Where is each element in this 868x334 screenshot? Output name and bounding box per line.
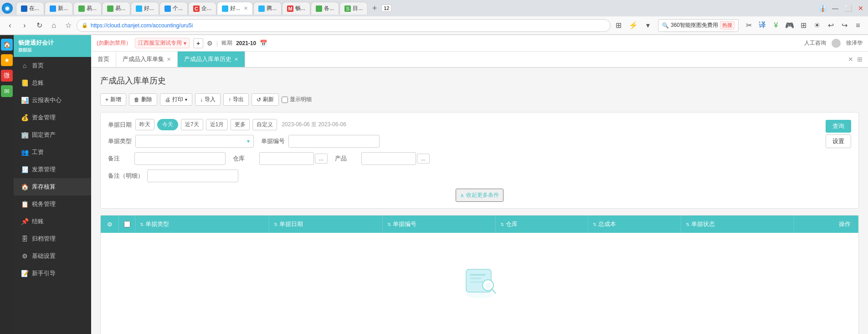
tab-8-close[interactable]: ✕ <box>244 5 248 11</box>
game-icon[interactable]: 🎮 <box>783 19 796 32</box>
th-cost[interactable]: ⇅ 总成本 <box>588 216 681 233</box>
th-number[interactable]: ⇅ 单据编号 <box>383 216 496 233</box>
tab-9[interactable]: 腾... <box>253 2 282 15</box>
select-all-checkbox[interactable] <box>124 221 130 227</box>
sidebar-item-cloud-report[interactable]: 📊 云报表中心 <box>14 92 91 109</box>
translate-icon[interactable]: 译 <box>756 19 769 32</box>
extensions-button[interactable]: ⊞ <box>612 19 625 32</box>
grid-icon[interactable]: ⊞ <box>797 19 810 32</box>
tab-10[interactable]: M 畅... <box>282 2 310 15</box>
show-detail-checkbox[interactable] <box>282 97 288 103</box>
tab-4[interactable]: 易... <box>102 2 130 15</box>
date-custom[interactable]: 自定义 <box>252 119 277 130</box>
tab-3[interactable]: 易... <box>73 2 102 15</box>
search-bar[interactable]: 🔍 360智能抠图免费用 热搜 <box>658 19 739 32</box>
th-type[interactable]: ⇅ 单据类型 <box>135 216 269 233</box>
setting-button[interactable]: 设置 <box>826 134 851 148</box>
remark-input[interactable] <box>134 152 226 165</box>
sidebar-item-tax[interactable]: 📋 税务管理 <box>14 195 91 213</box>
undo-icon[interactable]: ↩ <box>824 19 837 32</box>
collapse-button[interactable]: ∧ 收起更多条件 <box>456 189 503 202</box>
expand-panel-button[interactable]: ⊞ <box>857 56 863 63</box>
lightning-button[interactable]: ⚡ <box>627 19 640 32</box>
number-input[interactable] <box>288 135 380 148</box>
sidebar-item-payroll[interactable]: 👥 工资 <box>14 144 91 161</box>
company-select[interactable]: 江西服宝测试专用 ▾ <box>135 38 190 48</box>
sidebar-item-archive[interactable]: 🗄 归档管理 <box>14 230 91 247</box>
new-tab-button[interactable]: + <box>368 2 381 15</box>
sidebar-item-funds[interactable]: 💰 资金管理 <box>14 109 91 126</box>
redo-icon[interactable]: ↪ <box>838 19 851 32</box>
settings-topbar-button[interactable]: ⚙ <box>207 40 213 47</box>
tab-1[interactable]: 在... <box>16 2 44 15</box>
refresh-nav-button[interactable]: ↻ <box>33 19 46 32</box>
close-panel-button[interactable]: ✕ <box>848 56 853 63</box>
calendar-button[interactable]: 📅 <box>260 40 267 46</box>
warehouse-more-btn[interactable]: ... <box>315 154 328 164</box>
detail-remark-input[interactable] <box>147 170 238 182</box>
minimize-button[interactable]: — <box>830 3 841 14</box>
warehouse-input[interactable] <box>259 152 314 165</box>
cut-icon[interactable]: ✂ <box>742 19 755 32</box>
refresh-btn[interactable]: ↺ 刷新 <box>252 93 279 106</box>
add-company-button[interactable]: + <box>193 38 203 48</box>
sidebar-item-inventory[interactable]: 🏠 库存核算 <box>14 178 91 195</box>
th-gear[interactable]: ⚙ <box>101 216 119 233</box>
sun-icon[interactable]: ☀ <box>811 19 823 32</box>
sidebar-item-settle[interactable]: 📌 结账 <box>14 213 91 230</box>
add-button[interactable]: + 新增 <box>100 93 126 106</box>
page-tab-history-close[interactable]: ✕ <box>234 57 238 62</box>
maximize-button[interactable]: ⬜ <box>842 3 853 14</box>
icon-sidebar-mail[interactable]: ✉ <box>1 85 13 97</box>
back-button[interactable]: ‹ <box>4 19 16 32</box>
address-bar[interactable]: 🔒 https://cloud.chanjet.com/accounting/u… <box>77 19 611 32</box>
date-yesterday[interactable]: 昨天 <box>135 119 154 130</box>
sidebar-item-new-voucher[interactable]: 📝 新手引导 <box>14 265 91 282</box>
sidebar-item-home[interactable]: ⌂ 首页 <box>14 57 91 74</box>
sidebar-item-settings[interactable]: ⚙ 基础设置 <box>14 247 91 265</box>
print-button[interactable]: 🖨 打印 <box>160 93 192 106</box>
sidebar-item-general[interactable]: 📒 总账 <box>14 74 91 92</box>
th-status[interactable]: ⇅ 单据状态 <box>681 216 795 233</box>
close-button[interactable]: ✕ <box>855 3 866 14</box>
tab-2[interactable]: 新... <box>45 2 73 15</box>
date-more[interactable]: 更多 <box>231 119 250 130</box>
home-nav-button[interactable]: ⌂ <box>47 19 60 32</box>
th-date[interactable]: ⇅ 单据日期 <box>269 216 383 233</box>
tab-7[interactable]: C 企... <box>188 2 216 15</box>
delete-button[interactable]: 🗑 删除 <box>129 93 157 106</box>
tab-12[interactable]: S 目... <box>339 2 368 15</box>
dropdown-nav-button[interactable]: ▾ <box>642 19 654 32</box>
tab-11[interactable]: 各... <box>311 2 339 15</box>
page-tab-list-close[interactable]: ✕ <box>167 57 171 62</box>
date-1month[interactable]: 近1月 <box>206 119 228 130</box>
yuan-icon[interactable]: ¥ <box>770 19 782 32</box>
sidebar-item-fixed-assets[interactable]: 🏢 固定资产 <box>14 126 91 144</box>
tab-8[interactable]: 好... ✕ <box>217 2 253 15</box>
type-select[interactable]: ▾ <box>135 135 254 148</box>
page-tab-history[interactable]: 产成品入库单历史 ✕ <box>178 51 245 67</box>
page-tab-list[interactable]: 产成品入库单集 ✕ <box>116 51 178 67</box>
consultant-link[interactable]: 人工咨询 <box>804 39 826 47</box>
export-button[interactable]: ↑ 导出 <box>223 93 249 106</box>
breadcrumb-home[interactable]: 首页 <box>91 51 116 67</box>
th-warehouse[interactable]: ⇅ 仓库 <box>496 216 588 233</box>
bookmark-button[interactable]: ☆ <box>62 19 75 32</box>
icon-sidebar-home[interactable]: 🏠 <box>1 39 13 51</box>
icon-sidebar-weibo[interactable]: 微 <box>1 70 13 82</box>
forward-button[interactable]: › <box>18 19 31 32</box>
th-check[interactable] <box>119 216 135 233</box>
product-more-btn[interactable]: ... <box>417 154 430 164</box>
query-button[interactable]: 查询 <box>826 120 851 133</box>
show-detail-toggle[interactable]: 显示明细 <box>282 96 312 103</box>
customize-button[interactable]: 👔 <box>817 3 828 14</box>
date-today[interactable]: 今天 <box>157 119 178 130</box>
product-input[interactable] <box>361 152 416 165</box>
date-7days[interactable]: 近7天 <box>181 119 203 130</box>
import-button[interactable]: ↓ 导入 <box>195 93 221 106</box>
sidebar-item-invoice[interactable]: 🧾 发票管理 <box>14 161 91 178</box>
tab-6[interactable]: 个... <box>159 2 188 15</box>
icon-sidebar-star[interactable]: ★ <box>1 54 13 66</box>
tab-5[interactable]: 好... <box>131 2 159 15</box>
menu-icon[interactable]: ≡ <box>852 19 864 32</box>
